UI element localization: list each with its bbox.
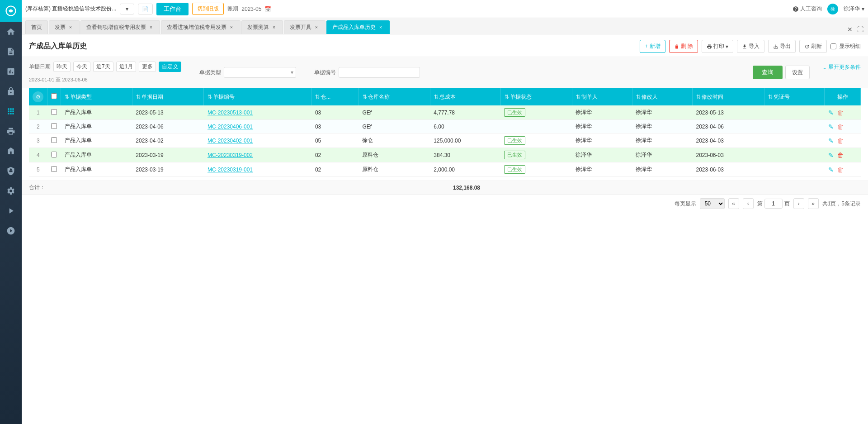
- row-checkbox-cell[interactable]: [47, 120, 61, 133]
- col-number-header[interactable]: ⇅ 单据编号: [204, 88, 311, 105]
- sidebar-item-module[interactable]: [0, 101, 22, 121]
- row-edit-icon[interactable]: ✎: [828, 166, 834, 173]
- filter-expand[interactable]: ⌄ 展开更多条件: [822, 63, 861, 71]
- sidebar-item-document[interactable]: [0, 42, 22, 62]
- sidebar-item-lock[interactable]: [0, 81, 22, 101]
- row-checkbox[interactable]: [51, 123, 57, 129]
- row-edit-icon[interactable]: ✎: [828, 109, 834, 116]
- help-btn[interactable]: 人工咨询: [793, 5, 822, 13]
- filter-custom[interactable]: 自定义: [159, 62, 181, 72]
- tab-close-open[interactable]: ×: [313, 24, 320, 31]
- show-detail-toggle[interactable]: 显示明细: [830, 43, 861, 50]
- last-page-btn[interactable]: »: [808, 198, 819, 209]
- sidebar-item-settings[interactable]: [0, 181, 22, 201]
- sidebar-item-print[interactable]: [0, 121, 22, 141]
- row-checkbox-cell[interactable]: [47, 162, 61, 177]
- col-modtime-header[interactable]: ⇅ 修改时间: [693, 88, 764, 105]
- number-input[interactable]: [339, 67, 420, 78]
- query-btn[interactable]: 查询: [753, 66, 783, 79]
- col-modifier-header[interactable]: ⇅ 修改人: [632, 88, 692, 105]
- tab-invoice-open[interactable]: 发票开具 ×: [284, 20, 326, 34]
- page-number-input[interactable]: [764, 199, 783, 209]
- row-checkbox-cell[interactable]: [47, 148, 61, 162]
- row-number-link[interactable]: MC-20230513-001: [208, 110, 253, 116]
- col-status-header[interactable]: ⇅ 单据状态: [500, 88, 572, 105]
- col-type-header[interactable]: ⇅ 单据类型: [61, 88, 132, 105]
- refresh-btn[interactable]: 刷新: [799, 40, 827, 53]
- select-all-checkbox[interactable]: [51, 93, 57, 99]
- table-settings-icon[interactable]: ⚙: [33, 91, 43, 102]
- filter-yesterday[interactable]: 昨天: [53, 62, 71, 72]
- row-number-link[interactable]: MC-20230406-001: [208, 124, 253, 130]
- reset-btn[interactable]: 设置: [785, 66, 810, 79]
- row-delete-icon[interactable]: 🗑: [837, 166, 844, 173]
- col-voucher-header[interactable]: ⇅ 凭证号: [764, 88, 824, 105]
- tab-close-invoice[interactable]: ×: [67, 24, 74, 31]
- tabs-actions: ✕ ⛶: [843, 25, 868, 34]
- sidebar-item-stamp[interactable]: [0, 161, 22, 181]
- export-btn[interactable]: 导出: [768, 40, 796, 53]
- row-edit-icon[interactable]: ✎: [828, 123, 834, 130]
- tab-close-calc[interactable]: ×: [271, 24, 277, 31]
- filter-today[interactable]: 今天: [73, 62, 90, 72]
- next-page-btn[interactable]: ›: [793, 198, 804, 209]
- row-number-link[interactable]: MC-20230402-001: [208, 138, 253, 144]
- sidebar-item-version[interactable]: [0, 221, 22, 241]
- sidebar-item-play[interactable]: [0, 201, 22, 221]
- first-page-btn[interactable]: «: [728, 198, 739, 209]
- tab-product-inbound[interactable]: 产成品入库单历史 ×: [326, 20, 390, 34]
- delete-btn[interactable]: 删 除: [669, 40, 698, 53]
- switch-old-btn[interactable]: 切到旧版: [192, 3, 224, 15]
- row-delete-icon[interactable]: 🗑: [837, 137, 844, 144]
- row-checkbox-cell[interactable]: [47, 105, 61, 120]
- show-detail-checkbox[interactable]: [830, 43, 836, 49]
- tab-invoice[interactable]: 发票 ×: [49, 20, 80, 34]
- tabs-maximize-btn[interactable]: ⛶: [856, 25, 864, 34]
- col-checkbox-header[interactable]: [47, 88, 61, 105]
- calendar-icon[interactable]: 📅: [264, 6, 271, 12]
- row-number-link[interactable]: MC-20230319-002: [208, 152, 253, 158]
- user-menu[interactable]: 徐泽华 ▾: [844, 5, 864, 13]
- tab-close-inbound[interactable]: ×: [377, 24, 384, 31]
- type-select[interactable]: 产品入库单: [224, 67, 296, 78]
- row-edit-icon[interactable]: ✎: [828, 152, 834, 159]
- print-btn[interactable]: 打印 ▾: [702, 40, 733, 53]
- tab-sales-invoice[interactable]: 查看销项增值税专用发票 ×: [80, 20, 160, 34]
- row-checkbox[interactable]: [51, 166, 57, 172]
- row-number-link[interactable]: MC-20230319-001: [208, 167, 253, 173]
- row-delete-icon[interactable]: 🗑: [837, 109, 844, 116]
- filter-7days[interactable]: 近7天: [93, 62, 113, 72]
- tab-home[interactable]: 首页: [25, 20, 48, 34]
- col-whcode-header[interactable]: ⇅ 仓...: [311, 88, 359, 105]
- col-whname-header[interactable]: ⇅ 仓库名称: [359, 88, 430, 105]
- row-checkbox[interactable]: [51, 152, 57, 157]
- row-checkbox[interactable]: [51, 137, 57, 143]
- row-checkbox[interactable]: [51, 109, 57, 115]
- tab-close-sales[interactable]: ×: [148, 24, 154, 31]
- tab-invoice-calc[interactable]: 发票测算 ×: [241, 20, 283, 34]
- col-cost-header[interactable]: ⇅ 总成本: [430, 88, 500, 105]
- tab-close-purchase[interactable]: ×: [228, 24, 235, 31]
- table-header-row: ⚙ ⇅ 单据类型 ⇅ 单据日期 ⇅ 单据编号 ⇅ 仓... ⇅ 仓库名称 ⇅ 总…: [29, 88, 861, 105]
- sidebar-item-warehouse[interactable]: [0, 141, 22, 161]
- col-creator-header[interactable]: ⇅ 制单人: [572, 88, 632, 105]
- filter-more[interactable]: 更多: [139, 62, 156, 72]
- sidebar-item-chart[interactable]: [0, 62, 22, 81]
- col-date-header[interactable]: ⇅ 单据日期: [132, 88, 204, 105]
- tab-purchase-invoice[interactable]: 查看进项增值税专用发票 ×: [161, 20, 241, 34]
- company-dropdown-btn[interactable]: ▾: [120, 4, 134, 14]
- per-page-select[interactable]: 20 50 100: [700, 198, 725, 209]
- document-btn[interactable]: 📄: [138, 4, 153, 14]
- row-edit-icon[interactable]: ✎: [828, 137, 834, 144]
- workbench-btn[interactable]: 工作台: [156, 3, 189, 15]
- filter-1month[interactable]: 近1月: [116, 62, 137, 72]
- prev-page-btn[interactable]: ‹: [743, 198, 754, 209]
- new-btn[interactable]: + 新增: [640, 40, 665, 53]
- tabs-close-btn[interactable]: ✕: [846, 25, 854, 34]
- row-delete-icon[interactable]: 🗑: [837, 152, 844, 159]
- sidebar-item-home[interactable]: [0, 22, 22, 42]
- row-checkbox-cell[interactable]: [47, 133, 61, 148]
- import-btn[interactable]: 导入: [737, 40, 764, 53]
- row-delete-icon[interactable]: 🗑: [837, 123, 844, 130]
- col-settings[interactable]: ⚙: [29, 88, 47, 105]
